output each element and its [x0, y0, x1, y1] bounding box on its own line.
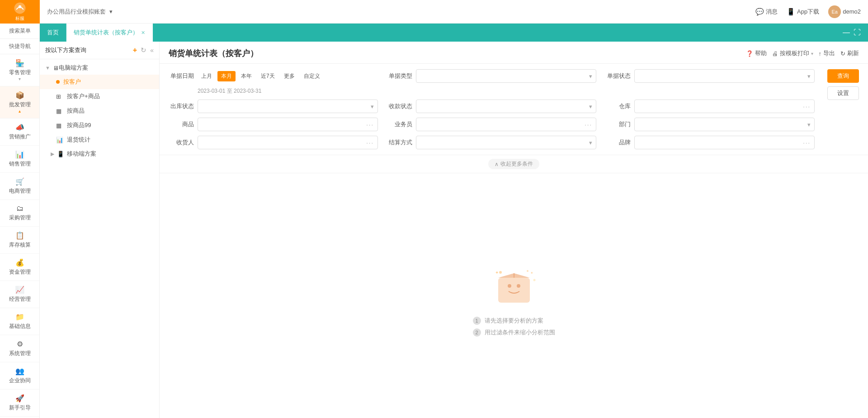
page-header: 销货单统计表（按客户） ❓ 帮助 🖨 按模板打印 ▾ ↑ 导出 — [160, 42, 868, 64]
sidebar-item-cooperation[interactable]: 👥 企业协同 — [0, 362, 39, 390]
tab-fullscreen-icon[interactable]: ⛶ — [854, 28, 861, 37]
help-button[interactable]: ❓ 帮助 — [746, 49, 767, 57]
basic-icon: 📁 — [15, 313, 24, 321]
phone-icon: 📱 — [787, 8, 795, 16]
print-button[interactable]: 🖨 按模板打印 ▾ — [772, 49, 813, 57]
filter-container: 单据日期 上月 本月 本年 近7天 更多 自定义 单据类型 — [160, 64, 868, 155]
sidebar-item-operation-label: 经营管理 — [9, 295, 31, 303]
topbar-appdownload[interactable]: 📱 App下载 — [787, 8, 819, 16]
scheme-item-by-customer[interactable]: 按客户 — [40, 75, 159, 89]
topbar-dropdown-icon[interactable]: ▾ — [109, 8, 113, 15]
sidebar-item-system[interactable]: ⚙ 系统管理 — [0, 335, 39, 362]
collect-status-dropdown-icon: ▾ — [589, 103, 592, 110]
brand-input[interactable]: ··· — [634, 136, 815, 149]
sidebar-item-retail-label: 零售管理 — [9, 69, 31, 76]
filter-dept-cell: 部门 ▾ — [605, 118, 815, 131]
print-label: 按模板打印 — [780, 49, 809, 57]
system-icon: ⚙ — [17, 340, 23, 348]
collapse-panel-button[interactable]: « — [150, 47, 154, 54]
svg-point-1 — [18, 5, 21, 8]
tab-home[interactable]: 首页 — [40, 24, 66, 42]
right-panel: 销货单统计表（按客户） ❓ 帮助 🖨 按模板打印 ▾ ↑ 导出 — [160, 42, 868, 418]
topbar-message[interactable]: 💬 消息 — [755, 8, 778, 16]
svg-point-4 — [517, 284, 520, 288]
scheme-item-goods99[interactable]: ▦ 按商品99 — [40, 118, 159, 133]
salesman-input[interactable]: ··· — [416, 118, 596, 131]
sidebar-item-marketing-label: 营销推广 — [9, 133, 31, 141]
scheme-item-return-stats[interactable]: 📊 退货统计 — [40, 133, 159, 147]
date-btn-last-month[interactable]: 上月 — [198, 71, 216, 81]
order-type-label: 单据类型 — [387, 72, 412, 80]
scheme-group-desktop: ▼ 🖥 电脑端方案 按客户 ⊞ 按客户+商品 ▦ 按商品 — [40, 61, 159, 147]
sales-icon: 📊 — [15, 150, 24, 159]
sidebar-item-operation[interactable]: 📈 经营管理 — [0, 281, 39, 308]
tab-minimize-icon[interactable]: — — [843, 28, 850, 37]
sidebar-item-sales[interactable]: 📊 销售管理 — [0, 146, 39, 173]
date-btn-7days[interactable]: 近7天 — [257, 71, 278, 81]
grid-icon: ⊞ — [56, 93, 63, 100]
collapse-more-button[interactable]: ∧ 收起更多条件 — [488, 159, 539, 169]
logo-text: 标服 — [15, 15, 24, 22]
scheme-item-customer-goods[interactable]: ⊞ 按客户+商品 — [40, 89, 159, 104]
sidebar-item-inventory[interactable]: 📋 库存核算 — [0, 227, 39, 254]
chevron-up-icon: ∧ — [495, 161, 499, 167]
collapse-bar[interactable]: ∧ 收起更多条件 — [160, 155, 868, 173]
date-btn-more[interactable]: 更多 — [280, 71, 298, 81]
sidebar-item-system-label: 系统管理 — [9, 350, 31, 357]
collapse-label: 收起更多条件 — [500, 160, 533, 168]
tab-close-icon[interactable]: ✕ — [141, 30, 145, 36]
sidebar-item-finance[interactable]: 💰 资金管理 — [0, 254, 39, 281]
sidebar-item-retail[interactable]: 🏪 零售管理 ▾ — [0, 54, 39, 86]
date-btn-this-year[interactable]: 本年 — [237, 71, 255, 81]
warehouse-input[interactable]: ··· — [634, 100, 815, 113]
refresh-icon: ↻ — [840, 50, 845, 57]
scheme-group-mobile-header[interactable]: ▶ 📱 移动端方案 — [40, 147, 159, 161]
sidebar-item-basic-label: 基础信息 — [9, 323, 31, 330]
bar-chart-icon: 📊 — [56, 137, 63, 143]
tab-sales-stats[interactable]: 销货单统计表（按客户） ✕ — [66, 24, 153, 42]
date-btn-custom[interactable]: 自定义 — [300, 71, 324, 81]
date-btn-this-month[interactable]: 本月 — [217, 71, 236, 81]
sidebar-quick-nav[interactable]: 快捷导航 — [0, 39, 39, 54]
query-button[interactable]: 查询 — [827, 69, 859, 83]
scheme-item-customer-goods-label: 按客户+商品 — [67, 92, 100, 100]
help-icon: ❓ — [746, 50, 753, 57]
receiver-dots-icon: ··· — [366, 139, 374, 146]
sidebar-search-section[interactable]: 搜索菜单 — [0, 24, 39, 39]
scheme-item-by-goods[interactable]: ▦ 按商品 — [40, 104, 159, 118]
topbar-user[interactable]: Ea demo2 — [828, 5, 861, 18]
tip-text-1: 请先选择要分析的方案 — [485, 317, 543, 325]
purchase-icon: 🗂 — [16, 204, 24, 213]
filter-order-type-cell: 单据类型 ▾ — [387, 69, 596, 83]
sidebar-item-basic[interactable]: 📁 基础信息 — [0, 308, 39, 335]
scheme-item-by-customer-label: 按客户 — [63, 78, 81, 86]
sidebar-item-purchase[interactable]: 🗂 采购管理 — [0, 200, 39, 227]
left-panel: 按以下方案查询 + ↻ « ▼ 🖥 电脑端方案 — [40, 42, 160, 418]
sidebar-item-guide[interactable]: 🚀 新手引导 — [0, 390, 39, 417]
mobile-folder-icon: 📱 — [57, 151, 64, 157]
refresh-button[interactable]: ↻ 刷新 — [840, 49, 859, 57]
refresh-scheme-button[interactable]: ↻ — [141, 46, 146, 54]
out-status-input[interactable]: ▾ — [198, 100, 378, 113]
scheme-group-desktop-header[interactable]: ▼ 🖥 电脑端方案 — [40, 61, 159, 75]
export-button[interactable]: ↑ 导出 — [819, 49, 835, 57]
inventory-icon: 📋 — [15, 231, 24, 240]
collect-status-input[interactable]: ▾ — [416, 100, 596, 113]
topbar-title: 办公用品行业模拟账套 — [47, 8, 106, 16]
dept-input[interactable]: ▾ — [634, 118, 815, 131]
logo: 标服 — [0, 0, 40, 24]
sidebar-item-ecommerce[interactable]: 🛒 电商管理 — [0, 173, 39, 200]
mobile-expand-arrow-icon: ▶ — [51, 151, 54, 157]
add-scheme-button[interactable]: + — [133, 46, 137, 54]
sidebar-item-marketing[interactable]: 📣 营销推广 — [0, 119, 39, 146]
sidebar-item-wholesale[interactable]: 📦 批发管理 ▴ — [0, 86, 39, 119]
goods-input[interactable]: ··· — [198, 118, 378, 131]
appdownload-label: App下载 — [797, 8, 819, 16]
order-status-input[interactable]: ▾ — [634, 69, 815, 83]
tabbar: 首页 销货单统计表（按客户） ✕ — ⛶ — [40, 24, 868, 42]
settlement-input[interactable]: ▾ — [416, 136, 596, 149]
order-type-input[interactable]: ▾ — [416, 69, 596, 83]
settings-button[interactable]: 设置 — [827, 86, 859, 100]
svg-text:✦: ✦ — [530, 271, 533, 275]
receiver-input[interactable]: ··· — [198, 136, 378, 149]
